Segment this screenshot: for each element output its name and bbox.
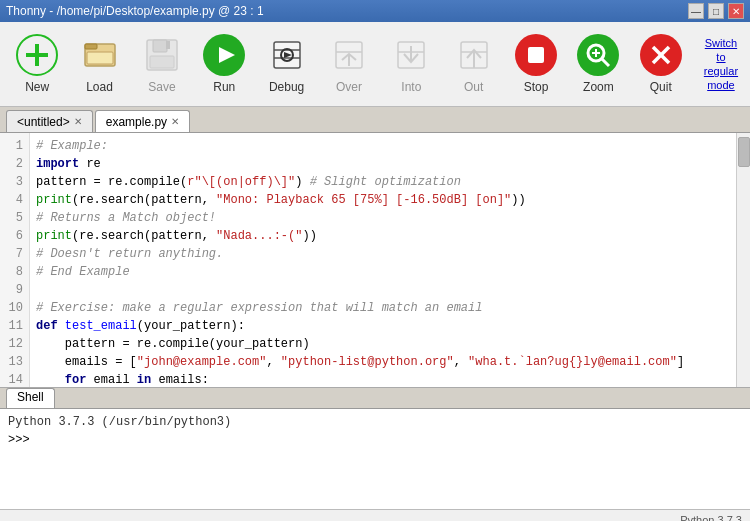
svg-rect-4: [85, 44, 97, 49]
quit-label: Quit: [650, 80, 672, 94]
zoom-button[interactable]: Zoom: [569, 27, 627, 101]
minimize-button[interactable]: —: [688, 3, 704, 19]
code-editor[interactable]: # Example: import re pattern = re.compil…: [30, 133, 736, 387]
svg-rect-5: [87, 52, 113, 64]
svg-point-28: [578, 35, 618, 75]
tab-example-label: example.py: [106, 115, 167, 129]
close-button[interactable]: ✕: [728, 3, 744, 19]
over-label: Over: [336, 80, 362, 94]
out-button[interactable]: Out: [445, 27, 503, 101]
debug-button[interactable]: Debug: [257, 27, 315, 101]
svg-rect-8: [150, 56, 174, 68]
save-icon: [141, 34, 183, 76]
into-button[interactable]: Into: [382, 27, 440, 101]
load-button[interactable]: Load: [70, 27, 128, 101]
titlebar-title: Thonny - /home/pi/Desktop/example.py @ 2…: [6, 4, 264, 18]
quit-button[interactable]: Quit: [632, 27, 690, 101]
zoom-label: Zoom: [583, 80, 614, 94]
python-version: Python 3.7.3 (/usr/bin/python3): [8, 413, 742, 431]
statusbar-python-version: Python 3.7.3: [680, 514, 742, 522]
shell-tab[interactable]: Shell: [6, 388, 55, 408]
stop-button[interactable]: Stop: [507, 27, 565, 101]
tab-untitled[interactable]: <untitled> ✕: [6, 110, 93, 132]
debug-label: Debug: [269, 80, 304, 94]
status-bar: Python 3.7.3: [0, 509, 750, 521]
tab-untitled-label: <untitled>: [17, 115, 70, 129]
svg-rect-27: [528, 47, 544, 63]
load-label: Load: [86, 80, 113, 94]
new-label: New: [25, 80, 49, 94]
shell-tab-label: Shell: [17, 390, 44, 404]
new-button[interactable]: New: [8, 27, 66, 101]
out-label: Out: [464, 80, 483, 94]
tabs-bar: <untitled> ✕ example.py ✕: [0, 107, 750, 133]
svg-rect-9: [166, 41, 170, 49]
switch-mode-link[interactable]: Switch to regular mode: [700, 36, 742, 92]
load-icon: [79, 34, 121, 76]
into-icon: [390, 34, 432, 76]
over-button[interactable]: Over: [320, 27, 378, 101]
shell-prompt: >>>: [8, 431, 742, 449]
quit-icon: [640, 34, 682, 76]
scrollbar-thumb[interactable]: [738, 137, 750, 167]
tab-untitled-close[interactable]: ✕: [74, 116, 82, 127]
over-icon: [328, 34, 370, 76]
stop-icon: [515, 34, 557, 76]
run-button[interactable]: Run: [195, 27, 253, 101]
svg-rect-7: [153, 40, 167, 52]
editor-area: 12345 678910 1112131415 16171819 # Examp…: [0, 133, 750, 387]
run-icon: [203, 34, 245, 76]
title-bar: Thonny - /home/pi/Desktop/example.py @ 2…: [0, 0, 750, 22]
maximize-button[interactable]: □: [708, 3, 724, 19]
tab-example-close[interactable]: ✕: [171, 116, 179, 127]
zoom-icon: [577, 34, 619, 76]
out-icon: [453, 34, 495, 76]
toolbar: New Load Save: [0, 22, 750, 107]
vertical-scrollbar[interactable]: [736, 133, 750, 387]
titlebar-controls: — □ ✕: [688, 3, 744, 19]
run-label: Run: [213, 80, 235, 94]
tab-example[interactable]: example.py ✕: [95, 110, 190, 132]
into-label: Into: [401, 80, 421, 94]
save-button[interactable]: Save: [133, 27, 191, 101]
debug-icon: [266, 34, 308, 76]
line-numbers: 12345 678910 1112131415 16171819: [0, 133, 30, 387]
new-icon: [16, 34, 58, 76]
save-label: Save: [148, 80, 175, 94]
shell-content[interactable]: Python 3.7.3 (/usr/bin/python3) >>>: [0, 409, 750, 509]
shell-tabs: Shell: [0, 387, 750, 409]
stop-label: Stop: [524, 80, 549, 94]
